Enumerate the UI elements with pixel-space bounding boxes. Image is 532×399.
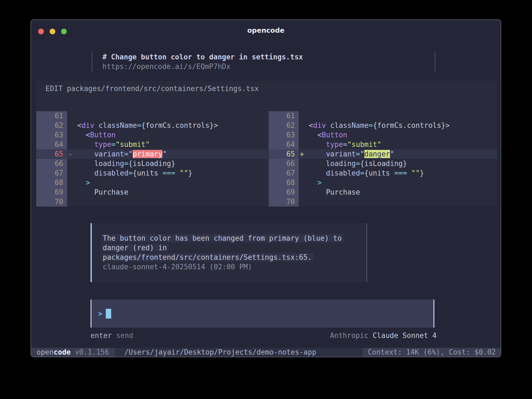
share-url-link[interactable]: https://opencode.ai/s/EQmP7hDx — [102, 62, 434, 71]
line-number: 67 — [36, 168, 67, 178]
diff-row: 70 — [269, 197, 497, 207]
titlebar: opencode — [31, 20, 501, 41]
opencode-window: opencode # Change button color to danger… — [31, 19, 501, 357]
code-line: <div className={formCs.controls}> — [67, 121, 269, 130]
line-number: 66 — [269, 159, 299, 168]
code-line: loading={isLoading} — [67, 159, 269, 168]
line-number: 65 — [269, 149, 299, 159]
line-number: 67 — [269, 168, 299, 178]
diff-row: 65+ variant="danger" — [269, 149, 497, 159]
text-cursor — [106, 309, 111, 319]
code-line: <Button — [67, 130, 269, 140]
line-number: 68 — [269, 178, 299, 188]
code-line — [299, 111, 497, 121]
diff-row: 68 > — [269, 178, 497, 188]
diff-row: 69 Purchase — [269, 188, 497, 197]
code-line: Purchase — [299, 188, 497, 197]
edit-file-header: EDIT packages/frontend/src/containers/Se… — [36, 85, 497, 92]
diff-row: 61 — [269, 111, 497, 121]
prompt-chevron-icon: > — [98, 310, 102, 318]
assistant-message: The button color has been changed from p… — [90, 223, 367, 282]
message-line: claude-sonnet-4-20250514 (02:00 PM) — [103, 262, 366, 272]
code-line: type="submit" — [299, 140, 497, 149]
diff-row: 64 type="submit" — [269, 140, 497, 149]
line-number: 70 — [36, 197, 67, 207]
diff-row: 65- variant="primary" — [36, 149, 269, 159]
diff-pane-before: 6162 <div className={formCs.controls}>63… — [36, 111, 269, 207]
diff-row: 63 <Button — [36, 130, 269, 140]
line-number: 64 — [269, 140, 299, 149]
line-number: 68 — [36, 178, 67, 188]
line-number: 65 — [36, 149, 67, 159]
code-line — [67, 111, 269, 121]
line-number: 61 — [36, 111, 67, 121]
diff-view: 6162 <div className={formCs.controls}>63… — [36, 111, 497, 207]
code-line: + variant="danger" — [299, 149, 497, 159]
code-line: disabled={units === ""} — [299, 168, 497, 178]
code-line: loading={isLoading} — [299, 159, 497, 168]
edit-file-path: packages/frontend/src/containers/Setting… — [67, 84, 259, 93]
line-number: 62 — [269, 121, 299, 130]
diff-row: 67 disabled={units === ""} — [36, 168, 269, 178]
send-hint: enter send — [90, 331, 133, 340]
code-line: - variant="primary" — [67, 149, 269, 159]
message-line: danger (red) in — [103, 243, 366, 253]
status-bar: opencode v0.1.156 /Users/jayair/Desktop/… — [31, 348, 501, 357]
line-number: 61 — [269, 111, 299, 121]
diff-row: 63 <Button — [269, 130, 497, 140]
diff-row: 69 Purchase — [36, 188, 269, 197]
hint-row: enter send Anthropic Claude Sonnet 4 — [90, 331, 437, 340]
diff-row: 70 — [36, 197, 269, 207]
share-banner: # Change button color to danger in setti… — [92, 52, 436, 72]
context-cost-indicator: Context: 14K (6%), Cost: $0.02 — [363, 348, 501, 357]
app-version-segment: opencode v0.1.156 — [31, 348, 115, 357]
line-number: 66 — [36, 159, 67, 168]
diff-row: 67 disabled={units === ""} — [269, 168, 497, 178]
code-line: Purchase — [67, 188, 269, 197]
diff-row: 66 loading={isLoading} — [36, 159, 269, 168]
line-number: 62 — [36, 121, 67, 130]
code-line: type="submit" — [67, 140, 269, 149]
prompt-input[interactable]: > — [90, 300, 434, 328]
code-line: <Button — [299, 130, 497, 140]
edit-tool-panel: EDIT packages/frontend/src/containers/Se… — [36, 81, 497, 207]
message-line: The button color has been changed from p… — [103, 234, 366, 243]
diff-row: 64 type="submit" — [36, 140, 269, 149]
diff-row: 66 loading={isLoading} — [269, 159, 497, 168]
removed-marker: - — [68, 149, 72, 159]
session-title: # Change button color to danger in setti… — [102, 52, 434, 62]
model-indicator: Anthropic Claude Sonnet 4 — [330, 331, 437, 340]
edit-action-label: EDIT — [46, 84, 63, 93]
diff-row: 62 <div className={formCs.controls}> — [269, 121, 497, 130]
added-marker: + — [300, 149, 304, 159]
line-number: 70 — [269, 197, 299, 207]
diff-row: 68 > — [36, 178, 269, 188]
line-number: 69 — [36, 188, 67, 197]
diff-pane-after: 6162 <div className={formCs.controls}>63… — [269, 111, 497, 207]
code-line — [67, 197, 269, 207]
code-line: <div className={formCs.controls}> — [299, 121, 497, 130]
line-number: 63 — [36, 130, 67, 140]
message-line: packages/frontend/src/containers/Setting… — [103, 253, 366, 262]
line-number: 63 — [269, 130, 299, 140]
diff-row: 61 — [36, 111, 269, 121]
line-number: 64 — [36, 140, 67, 149]
code-line: > — [299, 178, 497, 188]
line-number: 69 — [269, 188, 299, 197]
code-line: disabled={units === ""} — [67, 168, 269, 178]
code-line — [299, 197, 497, 207]
window-title: opencode — [31, 26, 501, 34]
code-line: > — [67, 178, 269, 188]
diff-row: 62 <div className={formCs.controls}> — [36, 121, 269, 130]
working-directory: /Users/jayair/Desktop/Projects/demo-note… — [115, 348, 363, 357]
